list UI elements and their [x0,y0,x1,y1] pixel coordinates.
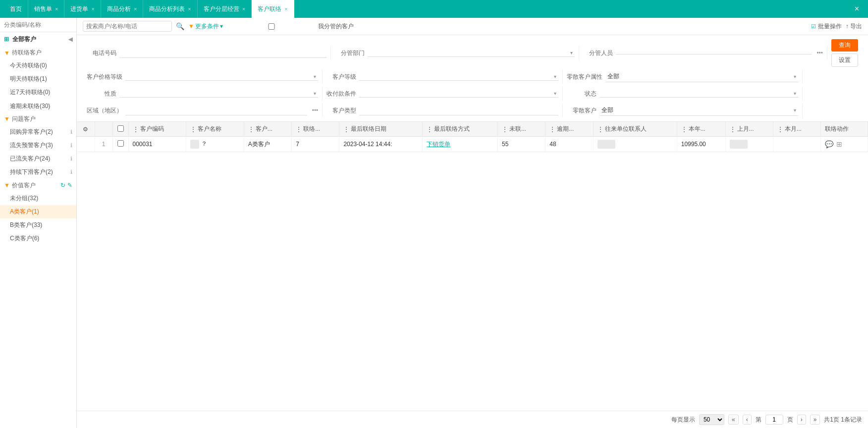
settings-button[interactable]: 设置 [831,54,858,67]
action-buttons: 查询 设置 [827,39,862,67]
price-level-arrow: ▾ [314,74,316,79]
sidebar-item-class-c[interactable]: C类客户(6) [0,232,76,245]
sidebar-item-class-a[interactable]: A类客户(1) [0,205,76,218]
per-page-label: 每页显示 [671,416,695,424]
nav-customer-contact[interactable]: 客户联络 × [252,0,294,18]
sidebar-item-lost-predict[interactable]: 流失预警客户(3) ℹ [0,139,76,152]
info-icon-lost: ℹ [70,155,72,163]
first-page-button[interactable]: « [728,415,739,425]
th-last-month: ⋮ 上月... [725,122,773,137]
close-analysis-tab[interactable]: × [134,6,137,12]
close-sales-tab[interactable]: × [55,6,58,12]
sidebar-collapse-icon[interactable]: ◀ [68,36,72,43]
sidebar-item-unclassified[interactable]: 未分组(32) [0,192,76,205]
sidebar-group-problem[interactable]: ▼ 问题客户 [0,113,76,125]
row-checkbox[interactable] [117,140,124,147]
more-filter-arrow: ▾ [220,23,223,30]
nav-sales[interactable]: 销售单 × [28,0,64,18]
manager-input[interactable] [616,52,812,54]
nav-customer-segment[interactable]: 客户分层经营 × [198,0,252,18]
sidebar-group-pending[interactable]: ▼ 待联络客户 [0,47,76,59]
edit-value-icon[interactable]: ✎ [67,182,72,189]
sidebar-all-customers[interactable]: ⊞ 全部客户 ◀ [0,32,76,47]
batch-icon: ☑ [811,23,816,29]
info-icon-repeat: ℹ [70,128,72,137]
sidebar-item-overdue-contact[interactable]: 逾期未联络(30) [0,100,76,113]
region-dots-icon[interactable]: ••• [312,107,319,114]
filter-row-4: 区域（地区） ••• 客户类型 零散客户 全部 ▾ [83,104,862,117]
dept-select[interactable]: ▾ [368,49,575,57]
per-page-select[interactable]: 50 100 200 [699,414,724,425]
filter-price-level: 客户价格等级 ▾ [83,70,323,84]
page-input[interactable] [765,415,783,425]
sidebar-group-value[interactable]: ▼ 价值客户 ↻ ✎ [0,179,76,192]
filter-manager: 分管人员 ••• [579,46,827,60]
retail-arrow: ▾ [794,107,796,113]
sidebar-search-input[interactable] [4,21,77,28]
customer-type-input[interactable] [359,106,558,115]
select-all-checkbox[interactable] [117,125,124,132]
price-level-select[interactable]: ▾ [125,73,318,81]
close-purchase-tab[interactable]: × [91,6,94,12]
td-gear [77,137,95,152]
payment-arrow: ▾ [554,91,556,96]
more-filter-button[interactable]: ▼ 更多条件 ▾ [188,22,223,31]
unit-contacts-placeholder [597,140,615,149]
my-customer-checkbox-label[interactable]: 我分管的客户 [227,22,354,31]
close-analysis-list-tab[interactable]: × [188,6,191,12]
close-customer-segment-tab[interactable]: × [242,6,245,12]
filter-phone: 电话号码 [83,46,331,60]
customer-table: ⚙ ⋮ 客户编码 [77,122,868,152]
region-input[interactable] [125,106,307,115]
sidebar-item-week[interactable]: 近7天待联络(0) [0,86,76,99]
th-gear[interactable]: ⚙ [77,122,95,137]
td-unit-contacts [593,137,677,152]
export-button[interactable]: ↑ 导出 [846,22,862,31]
sidebar-item-class-b[interactable]: B类客户(33) [0,218,76,232]
refresh-icon[interactable]: ↻ [60,182,65,189]
action-comment-icon[interactable]: 💬 [825,140,833,148]
retail-attr-select[interactable]: 全部 ▾ [605,71,798,82]
nature-select[interactable]: ▾ [119,90,318,98]
action-grid-icon[interactable]: ⊞ [836,140,842,148]
sidebar-item-repeat-abnormal[interactable]: 回购异常客户(2) ℹ [0,125,76,139]
payment-select[interactable]: ▾ [359,90,558,98]
table-header-row: ⚙ ⋮ 客户编码 [77,122,868,137]
nav-analysis[interactable]: 商品分析 × [101,0,143,18]
search-input[interactable] [83,21,172,32]
th-name: ⋮ 客户名称 [186,122,244,137]
search-action-button[interactable]: 查询 [831,39,858,52]
search-button[interactable]: 🔍 [176,22,184,30]
nav-analysis-list[interactable]: 商品分析列表 × [143,0,197,18]
phone-input[interactable] [119,49,326,58]
customer-level-select[interactable]: ▾ [359,73,558,81]
next-page-button[interactable]: › [797,415,806,425]
sidebar-item-tomorrow[interactable]: 明天待联络(1) [0,72,76,86]
nav-purchase[interactable]: 进货单 × [64,0,101,18]
nav-home[interactable]: 首页 [4,0,28,18]
status-select[interactable]: ▾ [599,90,798,98]
close-all-button[interactable]: × [850,4,864,13]
th-checkbox [112,122,128,137]
last-page-button[interactable]: » [810,415,820,425]
customer-level-arrow: ▾ [554,74,556,79]
filter-payment: 收付款条件 ▾ [323,87,562,101]
th-unit-contacts: ⋮ 往来单位联系人 [593,122,677,137]
manager-dots-icon[interactable]: ••• [816,50,823,56]
last-contact-method-link[interactable]: 下销货单 [427,141,450,148]
td-contact-count: 7 [292,137,339,152]
prev-page-button[interactable]: ‹ [743,415,752,425]
nature-arrow: ▾ [314,91,316,96]
sidebar-item-lost[interactable]: 已流失客户(24) ℹ [0,152,76,165]
my-customer-checkbox[interactable] [227,23,316,30]
retail-select[interactable]: 全部 ▾ [599,105,798,116]
sidebar-search-container: 🔍 [0,18,76,32]
sidebar-item-decline[interactable]: 持续下滑客户(2) ℹ [0,165,76,179]
sidebar-item-today[interactable]: 今天待联络(0) [0,59,76,72]
batch-op-button[interactable]: ☑ 批量操作 [811,22,841,31]
page-label: 第 [756,416,761,424]
close-customer-contact-tab[interactable]: × [284,6,287,12]
td-code: 000031 [128,137,186,152]
filter-row-1: 电话号码 分管部门 ▾ 分管人员 ••• [83,39,862,67]
filter-row-3: 性质 ▾ 收付款条件 ▾ 状态 [83,87,862,101]
